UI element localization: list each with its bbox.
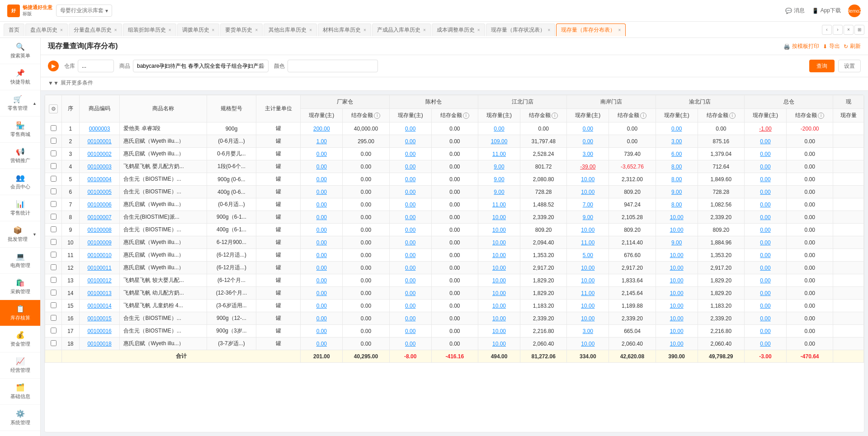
row-nanan-qty[interactable]: 10.00 [567,262,609,274]
row-jiangbei-qty[interactable]: 0.00 [478,122,520,135]
row-factory-qty[interactable]: 0.00 [301,338,343,350]
row-factory-qty[interactable]: 0.00 [301,274,343,287]
sidebar-item-retail-mgmt[interactable]: 🛒 零售管理 ▲ [0,90,40,117]
sidebar-item-ecommerce[interactable]: 💻 电商管理 [0,248,40,274]
sidebar-item-basic[interactable]: 🗂️ 基础信息 [0,379,40,405]
refresh-btn[interactable]: ↻ 刷新 [844,42,861,50]
row-total-qty[interactable]: 0.00 [744,262,786,274]
row-nanan-qty[interactable]: 5.00 [567,249,609,262]
row-code[interactable]: 00100013 [79,287,120,300]
row-code[interactable]: 00100001 [79,135,120,148]
row-code[interactable]: 00100008 [79,224,120,236]
row-checkbox[interactable] [45,135,62,148]
tab-close-icon[interactable]: × [169,28,171,33]
row-total-qty[interactable]: 0.00 [744,325,786,338]
info-icon[interactable]: i [552,113,558,119]
row-nanan-qty[interactable]: 9.00 [567,211,609,224]
sidebar-item-search[interactable]: 🔍 搜索英单 [0,38,40,64]
store-selector[interactable]: 母婴行业演示库套 ▾ [56,5,112,17]
tab-sub-inventory[interactable]: 分量盘点单历史 × [69,23,122,36]
info-icon[interactable]: i [818,113,824,119]
sidebar-item-finance[interactable]: 💰 资金管理 [0,326,40,352]
info-icon[interactable]: i [374,113,380,119]
row-yubei-qty[interactable]: 10.00 [656,287,698,300]
row-nanan-qty[interactable]: 10.00 [567,224,609,236]
row-chen-qty[interactable]: 0.00 [389,274,431,287]
row-code[interactable]: 00100010 [79,249,120,262]
row-yubei-qty[interactable]: 3.00 [656,135,698,148]
query-btn[interactable]: 查询 [809,60,835,72]
row-factory-qty[interactable]: 0.00 [301,262,343,274]
row-yubei-qty[interactable]: 10.00 [656,274,698,287]
tab-close-icon[interactable]: × [309,28,312,33]
row-jiangbei-qty[interactable]: 109.00 [478,135,520,148]
row-chen-qty[interactable]: 0.00 [389,325,431,338]
sidebar-item-member[interactable]: 👥 会员中心 [0,169,40,195]
row-code[interactable]: 00100005 [79,186,120,198]
row-total-qty[interactable]: 0.00 [744,135,786,148]
row-checkbox[interactable] [45,249,62,262]
row-yubei-qty[interactable]: 10.00 [656,312,698,325]
row-checkbox[interactable] [45,325,62,338]
row-code[interactable]: 00100018 [79,338,120,350]
row-total-qty[interactable]: 0.00 [744,287,786,300]
row-code[interactable]: 00100007 [79,211,120,224]
row-yubei-qty[interactable]: 10.00 [656,249,698,262]
row-total-qty[interactable]: 0.00 [744,236,786,249]
row-code[interactable]: 00100006 [79,198,120,211]
sidebar-item-retail-stats[interactable]: 📊 零售统计 [0,195,40,221]
row-checkbox[interactable] [45,173,62,186]
sidebar-item-nav[interactable]: 📌 快捷导航 [0,64,40,90]
sidebar-item-operations[interactable]: 📈 经营管理 [0,352,40,379]
row-chen-qty[interactable]: 0.00 [389,122,431,135]
row-total-qty[interactable]: 0.00 [744,186,786,198]
row-chen-qty[interactable]: 0.00 [389,249,431,262]
row-total-qty[interactable]: 0.00 [744,148,786,160]
sidebar-item-purchase[interactable]: 🛍️ 采购管理 [0,274,40,300]
row-factory-qty[interactable]: 0.00 [301,236,343,249]
row-total-qty[interactable]: 0.00 [744,312,786,325]
row-jiangbei-qty[interactable]: 10.00 [478,236,520,249]
tab-close-all-btn[interactable]: × [844,25,854,35]
tab-close-icon[interactable]: × [423,28,426,33]
tab-other-out[interactable]: 其他出库单历史 × [264,23,317,36]
color-input[interactable] [288,60,378,72]
row-checkbox[interactable] [45,262,62,274]
tab-stock-dist[interactable]: 现存量（库存分布表） × [556,23,626,36]
row-chen-qty[interactable]: 0.00 [389,148,431,160]
row-checkbox[interactable] [45,211,62,224]
row-factory-qty[interactable]: 1.00 [301,135,343,148]
row-chen-qty[interactable]: 0.00 [389,186,431,198]
app-download-btn[interactable]: 📱 App下载 [812,7,841,14]
row-jiangbei-qty[interactable]: 11.00 [478,198,520,211]
row-checkbox[interactable] [45,224,62,236]
row-total-qty[interactable]: 0.00 [744,338,786,350]
row-total-qty[interactable]: 0.00 [744,224,786,236]
row-nanan-qty[interactable]: 3.00 [567,148,609,160]
tab-purchase[interactable]: 要货单历史 × [220,23,263,36]
tab-expand-btn[interactable]: ⊞ [854,25,864,35]
row-factory-qty[interactable]: 0.00 [301,198,343,211]
row-jiangbei-qty[interactable]: 10.00 [478,312,520,325]
row-factory-qty[interactable]: 0.00 [301,224,343,236]
row-factory-qty[interactable]: 200.00 [301,122,343,135]
row-chen-qty[interactable]: 0.00 [389,198,431,211]
row-yubei-qty[interactable]: 10.00 [656,300,698,312]
tab-close-icon[interactable]: × [548,28,551,33]
row-jiangbei-qty[interactable]: 9.00 [478,160,520,173]
row-code[interactable]: 00100003 [79,160,120,173]
row-nanan-qty[interactable]: 10.00 [567,173,609,186]
row-yubei-qty[interactable]: 9.00 [656,186,698,198]
row-factory-qty[interactable]: 0.00 [301,300,343,312]
row-yubei-qty[interactable]: 6.00 [656,148,698,160]
row-yubei-qty[interactable]: 8.00 [656,198,698,211]
row-jiangbei-qty[interactable]: 10.00 [478,300,520,312]
row-code[interactable]: 00100012 [79,274,120,287]
tab-close-icon[interactable]: × [618,28,621,33]
row-jiangbei-qty[interactable]: 9.00 [478,173,520,186]
row-nanan-qty[interactable]: 10.00 [567,274,609,287]
row-checkbox[interactable] [45,274,62,287]
row-yubei-qty[interactable]: 10.00 [656,224,698,236]
filter-toggle-btn[interactable]: ▶ [48,61,59,71]
row-factory-qty[interactable]: 0.00 [301,287,343,300]
